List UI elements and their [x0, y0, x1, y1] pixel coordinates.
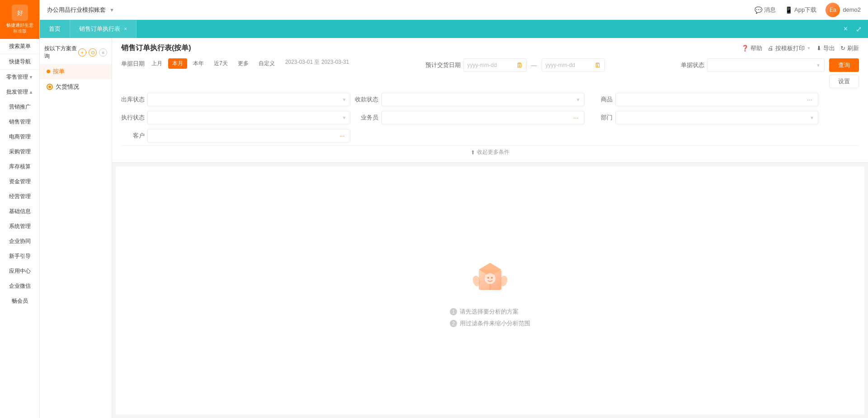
- sidebar-item-member[interactable]: 畅会员: [0, 294, 39, 309]
- customer-picker-icon[interactable]: ···: [338, 132, 347, 139]
- refresh-icon: ↻: [840, 45, 845, 52]
- svg-text:好: 好: [17, 10, 23, 16]
- tab-right-actions: × ⤢: [842, 23, 868, 35]
- delivery-status-select[interactable]: ▼: [147, 93, 350, 106]
- logo-icon: 好: [12, 5, 28, 21]
- salesman-label: 业务员: [355, 114, 378, 122]
- date-tab-last-month[interactable]: 上月: [147, 58, 166, 69]
- app-download-btn[interactable]: 📱 App下载: [785, 6, 816, 14]
- sidebar-item-apps[interactable]: 应用中心: [0, 264, 39, 279]
- salesman-input[interactable]: ···: [381, 111, 584, 124]
- calendar-icon-start[interactable]: 🗓: [516, 62, 523, 69]
- sidebar-item-operations[interactable]: 经营管理: [0, 189, 39, 204]
- collapse-panel-button[interactable]: «: [99, 48, 107, 57]
- sidebar-item-basic[interactable]: 基础信息: [0, 204, 39, 219]
- app-name: 畅捷通好生意: [6, 22, 33, 28]
- chevron-down-icon: ▼: [29, 75, 33, 80]
- active-dot-icon: [47, 70, 50, 73]
- chevron-down-icon: ▼: [816, 63, 821, 68]
- maximize-icon[interactable]: ⤢: [854, 23, 863, 35]
- collapse-button[interactable]: ⬆ 收起更多条件: [471, 148, 509, 156]
- sidebar-item-newuser[interactable]: 新手引导: [0, 249, 39, 264]
- add-scheme-button[interactable]: +: [78, 48, 86, 57]
- sidebar-item-finance[interactable]: 资金管理: [0, 174, 39, 189]
- scheme-item-shortage[interactable]: 欠货情况: [40, 79, 112, 95]
- refresh-button[interactable]: ↻ 刷新: [840, 44, 859, 52]
- quick-nav-item[interactable]: 快捷导航: [0, 54, 39, 70]
- goods-input[interactable]: ···: [615, 93, 818, 106]
- payment-status-select[interactable]: ▼: [381, 93, 584, 106]
- chevron-down-icon[interactable]: ▼: [109, 7, 114, 13]
- avatar: Ea: [826, 3, 840, 17]
- chevron-down-icon: ▼: [810, 115, 814, 120]
- settings-button[interactable]: 设置: [829, 75, 859, 88]
- date-label: 单据日期: [121, 60, 145, 68]
- empty-state: 1 请先选择要分析的方案 2 用过滤条件来缩小分析范围: [116, 166, 864, 414]
- date-range-display: 2023-03-01 至 2023-03-31: [285, 58, 349, 66]
- search-button[interactable]: 查询: [829, 58, 859, 72]
- filter-section: 单据日期 上月 本月 本年 近7天 更多 自定义 2023-03-0: [121, 58, 859, 162]
- sidebar-item-marketing[interactable]: 营销推广: [0, 100, 39, 114]
- delivery-label: 出库状态: [121, 95, 145, 104]
- sidebar-item-wechat[interactable]: 企业微信: [0, 279, 39, 294]
- tab-bar: 首页 销售订单执行表 × × ⤢: [40, 20, 868, 38]
- export-button[interactable]: ⬇ 导出: [816, 44, 835, 52]
- forecast-date-end[interactable]: yyyy-mm-dd 🗓: [542, 58, 605, 72]
- help-icon: ❓: [741, 45, 749, 52]
- forecast-date-start[interactable]: yyyy-mm-dd 🗓: [463, 58, 527, 72]
- app-sub: 标准版: [13, 28, 27, 34]
- user-profile[interactable]: Ea demo2: [826, 3, 861, 17]
- header-right: 💬 消息 📱 App下载 Ea demo2: [755, 3, 861, 17]
- search-menu-item[interactable]: 搜索菜单: [0, 39, 39, 54]
- calendar-icon-end[interactable]: 🗓: [594, 62, 601, 69]
- payment-label: 收款状态: [355, 95, 378, 104]
- chevron-down-icon: ▼: [342, 97, 346, 102]
- exec-status-select[interactable]: ▼: [147, 111, 350, 124]
- status-label: 单据状态: [681, 61, 704, 69]
- tab-home[interactable]: 首页: [40, 20, 70, 38]
- sidebar-item-collab[interactable]: 企业协同: [0, 234, 39, 249]
- sidebar-item-retail[interactable]: 零售管理 ▼: [0, 70, 39, 85]
- industry-selector[interactable]: 办公用品行业模拟账套: [47, 6, 106, 14]
- tab-sales-order[interactable]: 销售订单执行表 ×: [70, 20, 137, 38]
- date-tab-custom[interactable]: 自定义: [255, 58, 279, 69]
- salesman-picker-icon[interactable]: ···: [571, 114, 580, 121]
- date-tab-this-month[interactable]: 本月: [168, 58, 187, 69]
- help-button[interactable]: ❓ 帮助: [741, 44, 762, 52]
- empty-text: 1 请先选择要分析的方案 2 用过滤条件来缩小分析范围: [450, 306, 530, 329]
- tab-close-icon[interactable]: ×: [124, 26, 127, 32]
- sidebar-item-purchase[interactable]: 采购管理: [0, 144, 39, 159]
- forecast-label: 预计交货日期: [425, 61, 461, 69]
- dept-select[interactable]: ▼: [615, 111, 818, 124]
- date-tab-7days[interactable]: 近7天: [210, 58, 232, 69]
- message-btn[interactable]: 💬 消息: [755, 6, 776, 14]
- left-panel-icons: + ⊙ «: [78, 48, 107, 57]
- delivery-status-row: 出库状态 ▼: [121, 93, 350, 106]
- sidebar-item-ecommerce[interactable]: 电商管理: [0, 129, 39, 144]
- date-tab-this-year[interactable]: 本年: [189, 58, 208, 69]
- payment-status-row: 收款状态 ▼: [355, 93, 584, 106]
- page-title: 销售订单执行表(按单): [121, 43, 191, 53]
- customer-input[interactable]: ···: [147, 129, 350, 142]
- page-actions: ❓ 帮助 🖨 按模板打印 ▼ ⬇ 导出 ↻: [741, 44, 859, 52]
- download-icon: 📱: [785, 6, 793, 14]
- scheme-item-order[interactable]: 按单: [40, 64, 112, 79]
- date-tab-more[interactable]: 更多: [234, 58, 253, 69]
- goods-picker-icon[interactable]: ···: [805, 96, 814, 103]
- sidebar-item-wholesale[interactable]: 批发管理 ▲: [0, 85, 39, 100]
- svg-point-6: [487, 277, 489, 279]
- sidebar-item-sales[interactable]: 销售管理: [0, 114, 39, 129]
- close-window-icon[interactable]: ×: [842, 23, 849, 35]
- app-logo[interactable]: 好 畅捷通好生意 标准版: [0, 0, 40, 39]
- date-tabs: 上月 本月 本年 近7天 更多 自定义: [147, 58, 279, 69]
- export-icon: ⬇: [816, 45, 821, 52]
- print-button[interactable]: 🖨 按模板打印 ▼: [768, 44, 811, 52]
- svg-point-5: [485, 273, 495, 284]
- sidebar-item-system[interactable]: 系统管理: [0, 219, 39, 234]
- left-panel: 按以下方案查询 + ⊙ « 按单 欠货情况: [40, 38, 112, 418]
- sidebar-item-inventory[interactable]: 库存核算: [0, 159, 39, 174]
- status-select[interactable]: ▼: [707, 58, 825, 72]
- dept-label: 部门: [589, 114, 613, 122]
- page-header: 销售订单执行表(按单) ❓ 帮助 🖨 按模板打印 ▼ ⬇: [112, 38, 868, 163]
- edit-scheme-button[interactable]: ⊙: [89, 48, 97, 57]
